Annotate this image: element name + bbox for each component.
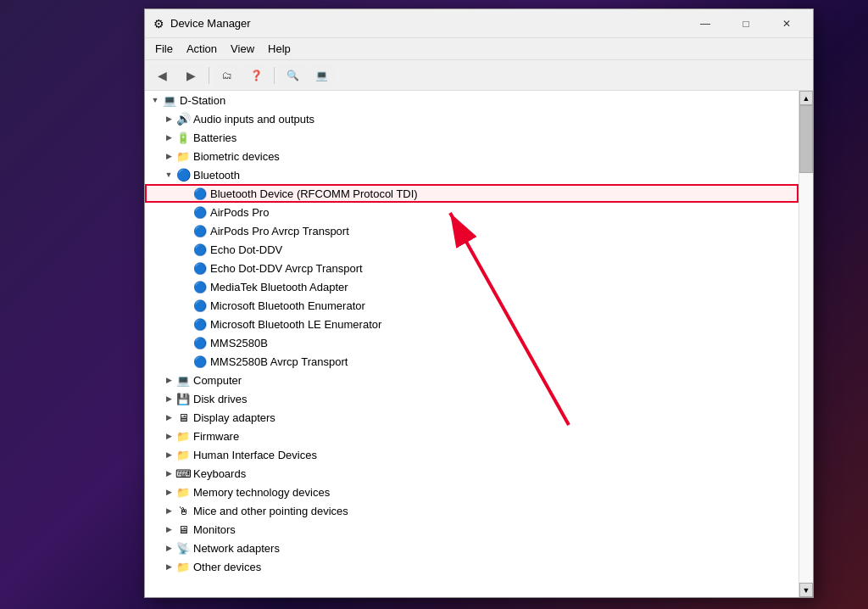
minimize-button[interactable]: — [686, 11, 725, 36]
tree-item-memory[interactable]: ▶ 📁 Memory technology devices [145, 483, 798, 501]
tree-item-mms-transport[interactable]: 🔵 MMS2580B Avrcp Transport [145, 352, 798, 371]
tree-item-mediatek[interactable]: 🔵 MediaTek Bluetooth Adapter [145, 277, 798, 296]
memory-label: Memory technology devices [193, 486, 330, 499]
help-button[interactable]: ❓ [242, 64, 270, 87]
network-label: Network adapters [193, 542, 280, 555]
device-button[interactable]: 💻 [308, 64, 335, 87]
scroll-down-button[interactable]: ▼ [799, 583, 813, 597]
display-icon: 🖥 [175, 410, 191, 425]
tree-item-ms-le[interactable]: 🔵 Microsoft Bluetooth LE Enumerator [145, 315, 798, 333]
ms-enum-label: Microsoft Bluetooth Enumerator [210, 299, 365, 312]
back-button[interactable]: ◀ [148, 64, 175, 87]
tree-item-bluetooth[interactable]: ▼ 🔵 Bluetooth [145, 165, 798, 184]
tree-item-ms-enum[interactable]: 🔵 Microsoft Bluetooth Enumerator [145, 296, 798, 315]
tree-root[interactable]: ▼ 💻 D-Station [145, 91, 798, 109]
display-label: Display adapters [193, 411, 275, 424]
tree-item-other[interactable]: ▶ 📁 Other devices [145, 557, 798, 576]
ms-enum-expand [179, 299, 192, 312]
vertical-scrollbar[interactable]: ▲ ▼ [798, 91, 813, 597]
device-tree[interactable]: ▼ 💻 D-Station ▶ 🔊 Audio inputs and outpu… [145, 91, 798, 597]
network-expand[interactable]: ▶ [162, 541, 175, 555]
tree-item-firmware[interactable]: ▶ 📁 Firmware [145, 427, 798, 445]
tree-item-monitors[interactable]: ▶ 🖥 Monitors [145, 520, 798, 539]
keyboards-icon: ⌨ [175, 466, 191, 481]
tree-item-biometric[interactable]: ▶ 📁 Biometric devices [145, 147, 798, 165]
computer-icon: 💻 [162, 92, 177, 108]
scan-button[interactable]: 🔍 [279, 64, 306, 87]
other-expand[interactable]: ▶ [162, 560, 175, 573]
tree-item-echo[interactable]: 🔵 Echo Dot-DDV [145, 240, 798, 259]
audio-icon: 🔊 [175, 111, 191, 126]
root-expand[interactable]: ▼ [148, 93, 162, 107]
tree-item-network[interactable]: ▶ 📡 Network adapters [145, 539, 798, 557]
mms-t-label: MMS2580B Avrcp Transport [210, 355, 348, 368]
disk-expand[interactable]: ▶ [162, 392, 175, 405]
tree-item-echo-transport[interactable]: 🔵 Echo Dot-DDV Avrcp Transport [145, 259, 798, 277]
bluetooth-expand[interactable]: ▼ [162, 168, 175, 182]
memory-icon: 📁 [175, 484, 191, 500]
batteries-label: Batteries [193, 131, 236, 144]
tree-item-airpods[interactable]: 🔵 AirPods Pro [145, 203, 798, 221]
keyboards-expand[interactable]: ▶ [162, 467, 175, 480]
tree-item-airpods-transport[interactable]: 🔵 AirPods Pro Avrcp Transport [145, 221, 798, 240]
toolbar: ◀ ▶ 🗂 ❓ 🔍 💻 [145, 60, 813, 91]
window-controls: — □ ✕ [686, 11, 806, 36]
batteries-icon: 🔋 [175, 130, 191, 145]
mice-icon: 🖱 [175, 503, 191, 518]
tree-item-mms[interactable]: 🔵 MMS2580B [145, 333, 798, 352]
tree-item-disk[interactable]: ▶ 💾 Disk drives [145, 389, 798, 408]
mms-icon: 🔵 [192, 335, 208, 350]
firmware-label: Firmware [193, 430, 239, 443]
airpods-t-icon: 🔵 [192, 223, 208, 238]
menu-view[interactable]: View [224, 41, 261, 57]
airpods-t-label: AirPods Pro Avrcp Transport [210, 225, 349, 237]
bt-rfcomm-icon: 🔵 [192, 186, 208, 201]
ms-le-label: Microsoft Bluetooth LE Enumerator [210, 318, 381, 331]
echo-icon: 🔵 [192, 242, 208, 257]
tree-item-hid[interactable]: ▶ 📁 Human Interface Devices [145, 445, 798, 464]
toolbar-sep-2 [274, 67, 275, 84]
mediatek-icon: 🔵 [192, 279, 208, 294]
scroll-track[interactable] [799, 105, 813, 583]
keyboards-label: Keyboards [193, 467, 246, 480]
tree-item-audio[interactable]: ▶ 🔊 Audio inputs and outputs [145, 109, 798, 128]
computer-expand[interactable]: ▶ [162, 373, 175, 387]
monitors-expand[interactable]: ▶ [162, 522, 175, 536]
mice-label: Mice and other pointing devices [193, 505, 348, 517]
maximize-button[interactable]: □ [726, 11, 765, 36]
other-label: Other devices [193, 561, 261, 573]
batteries-expand[interactable]: ▶ [162, 131, 175, 144]
scroll-up-button[interactable]: ▲ [799, 91, 813, 105]
airpods-expand [179, 205, 192, 219]
echo-t-expand [179, 261, 192, 275]
tree-item-batteries[interactable]: ▶ 🔋 Batteries [145, 128, 798, 147]
tree-item-keyboards[interactable]: ▶ ⌨ Keyboards [145, 464, 798, 483]
forward-button[interactable]: ▶ [177, 64, 204, 87]
echo-t-label: Echo Dot-DDV Avrcp Transport [210, 262, 363, 275]
tree-item-bt-rfcomm[interactable]: 🔵 Bluetooth Device (RFCOMM Protocol TDI) [145, 184, 798, 203]
echo-expand [179, 243, 192, 256]
monitors-icon: 🖥 [175, 522, 191, 537]
properties-button[interactable]: 🗂 [214, 64, 241, 87]
bluetooth-icon: 🔵 [175, 167, 191, 182]
close-button[interactable]: ✕ [767, 11, 806, 36]
scroll-thumb[interactable] [799, 105, 813, 173]
echo-label: Echo Dot-DDV [210, 243, 282, 256]
mms-t-icon: 🔵 [192, 354, 208, 369]
firmware-expand[interactable]: ▶ [162, 429, 175, 443]
memory-expand[interactable]: ▶ [162, 485, 175, 499]
menu-help[interactable]: Help [261, 41, 298, 57]
mms-expand [179, 336, 192, 349]
tree-item-display[interactable]: ▶ 🖥 Display adapters [145, 408, 798, 427]
biometric-expand[interactable]: ▶ [162, 149, 175, 163]
airpods-t-expand [179, 224, 192, 237]
menu-file[interactable]: File [148, 41, 180, 57]
audio-expand[interactable]: ▶ [162, 112, 175, 126]
hid-expand[interactable]: ▶ [162, 448, 175, 461]
display-expand[interactable]: ▶ [162, 411, 175, 424]
mice-expand[interactable]: ▶ [162, 504, 175, 517]
mediatek-label: MediaTek Bluetooth Adapter [210, 281, 348, 293]
menu-action[interactable]: Action [180, 41, 224, 57]
tree-item-mice[interactable]: ▶ 🖱 Mice and other pointing devices [145, 501, 798, 520]
tree-item-computer[interactable]: ▶ 💻 Computer [145, 371, 798, 389]
